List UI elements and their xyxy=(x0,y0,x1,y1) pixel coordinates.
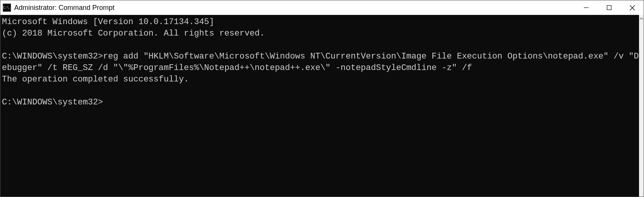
maximize-icon xyxy=(606,5,612,10)
banner-version: Microsoft Windows [Version 10.0.17134.34… xyxy=(2,17,214,27)
maximize-button[interactable] xyxy=(598,0,621,15)
terminal-output[interactable]: Microsoft Windows [Version 10.0.17134.34… xyxy=(0,15,639,197)
close-icon xyxy=(629,5,635,11)
svg-rect-1 xyxy=(607,6,611,10)
command-prompt-window: C:\. Administrator: Command Prompt Micro… xyxy=(0,0,644,197)
banner-copyright: (c) 2018 Microsoft Corporation. All righ… xyxy=(2,29,265,38)
minimize-button[interactable] xyxy=(575,0,598,15)
minimize-icon xyxy=(584,5,589,10)
cmd-icon: C:\. xyxy=(3,3,11,12)
scroll-up-button[interactable] xyxy=(639,15,644,23)
prompt-1: C:\WINDOWS\system32> xyxy=(2,52,103,61)
content-area: Microsoft Windows [Version 10.0.17134.34… xyxy=(0,15,644,197)
chevron-up-icon xyxy=(639,17,643,21)
close-button[interactable] xyxy=(621,0,644,15)
vertical-scrollbar[interactable] xyxy=(639,15,644,197)
window-title: Administrator: Command Prompt xyxy=(14,4,114,12)
titlebar[interactable]: C:\. Administrator: Command Prompt xyxy=(0,0,644,15)
result-1: The operation completed successfully. xyxy=(2,75,189,84)
window-controls xyxy=(575,0,644,15)
scroll-track[interactable] xyxy=(639,23,644,197)
prompt-2: C:\WINDOWS\system32> xyxy=(2,98,103,107)
